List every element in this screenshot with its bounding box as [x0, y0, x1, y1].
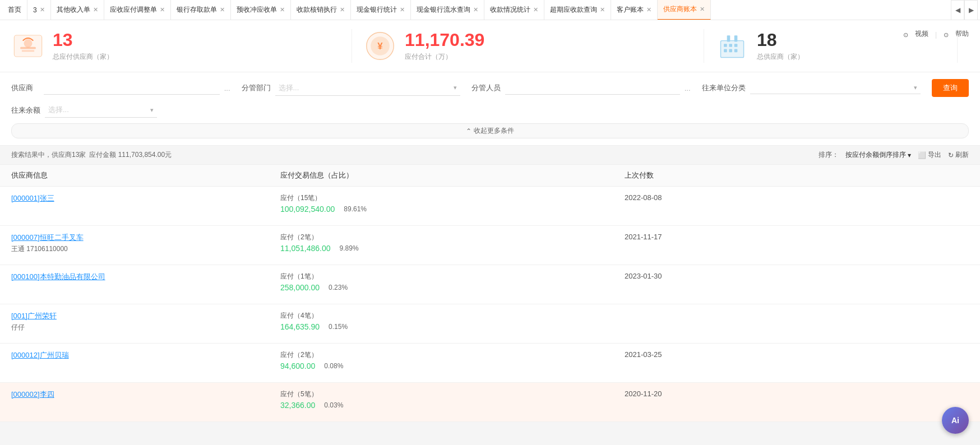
last-payment-cell: 2020-11-20: [625, 390, 969, 398]
nav-tab-home[interactable]: 首页: [2, 0, 27, 20]
nav-tab-supplier-book[interactable]: 供应商账本 ✕: [658, 0, 711, 20]
summary-bar: 13 总应付供应商（家） ¥ 11,170.39 应付合计（万）: [0, 20, 980, 72]
close-icon[interactable]: ✕: [646, 6, 651, 13]
nav-prev-button[interactable]: ◀: [951, 0, 964, 20]
trans-row: 164,635.90 0.15%: [280, 322, 625, 331]
close-icon[interactable]: ✕: [473, 6, 478, 13]
nav-tab-payment-verify[interactable]: 收款核销执行 ✕: [291, 0, 351, 20]
category-select[interactable]: ▾: [750, 82, 921, 94]
trans-amount: 94,600.00: [280, 361, 315, 370]
supplier-link[interactable]: [000012]广州贝瑞: [11, 351, 69, 359]
query-button[interactable]: 查询: [932, 79, 969, 97]
chevron-down-icon: ▾: [914, 84, 917, 91]
video-link[interactable]: 视频: [915, 29, 928, 39]
last-payment-date: 2021-03-25: [625, 350, 662, 359]
filter-area: 供应商 ... 分管部门 选择... ▾ 分管人员 ... 往来单位分类 ▾: [0, 72, 980, 146]
filter-supplier: 供应商 ...: [11, 81, 230, 95]
nav-tab-bank-deposit[interactable]: 银行存取款单 ✕: [171, 0, 231, 20]
nav-tab-home-label: 首页: [8, 5, 21, 15]
svg-rect-9: [724, 44, 727, 47]
nav-tab-3[interactable]: 3 ✕: [27, 0, 51, 20]
nav-arrows: ◀ ▶: [951, 0, 978, 20]
ai-label: Ai: [951, 416, 959, 422]
filter-row-1: 供应商 ... 分管部门 选择... ▾ 分管人员 ... 往来单位分类 ▾: [11, 79, 969, 97]
chevron-down-icon: ▾: [454, 84, 457, 91]
nav-tab-3-label: 3: [33, 6, 37, 14]
supplier-link[interactable]: [000100]本特勤油品有限公司: [11, 272, 105, 281]
refresh-button[interactable]: ↻ 刷新: [948, 150, 969, 160]
close-icon[interactable]: ✕: [533, 6, 538, 13]
supplier-input[interactable]: [44, 81, 220, 95]
close-icon[interactable]: ✕: [220, 6, 225, 13]
trans-percent: 89.61%: [344, 205, 367, 213]
collapse-filter-button[interactable]: ⌃ 收起更多条件: [11, 123, 969, 138]
nav-tab-bank-deposit-label: 银行存取款单: [177, 5, 217, 15]
total-supplier-icon: [715, 29, 749, 63]
nav-next-button[interactable]: ▶: [964, 0, 978, 20]
nav-tab-cash-bank-stat-label: 现金银行统计: [357, 5, 397, 15]
nav-tab-advance-collect[interactable]: 预收冲应收单 ✕: [231, 0, 291, 20]
last-payment-date: 2022-08-08: [625, 193, 662, 202]
close-icon[interactable]: ✕: [400, 6, 405, 13]
nav-tab-other-income-label: 其他收入单: [57, 5, 90, 15]
trans-amount: 164,635.90: [280, 322, 320, 331]
results-actions: 排序： 按应付余额倒序排序 ▾ ⬜ 导出 ↻ 刷新: [819, 150, 969, 160]
filter-category: 往来单位分类 ▾: [702, 82, 921, 94]
close-icon[interactable]: ✕: [160, 6, 165, 13]
payable-total-amount: 11,170.39: [405, 30, 484, 50]
nav-tab-customer-book[interactable]: 客户账本 ✕: [611, 0, 658, 20]
dept-select[interactable]: 选择... ▾: [275, 81, 461, 96]
payable-total-label: 应付合计（万）: [405, 52, 484, 62]
supplier-link[interactable]: [000007]恒旺二手叉车: [11, 233, 84, 242]
nav-tab-other-income[interactable]: 其他收入单 ✕: [51, 0, 104, 20]
summary-card-suppliers-payable: 13 总应付供应商（家）: [11, 29, 352, 63]
trans-percent: 0.23%: [329, 284, 348, 291]
export-button[interactable]: ⬜ 导出: [918, 150, 941, 160]
dept-select-placeholder: 选择...: [279, 83, 299, 93]
balance-select[interactable]: 选择... ▾: [45, 103, 157, 118]
supplier-ellipsis-icon[interactable]: ...: [224, 84, 230, 92]
supplier-info-cell: [000100]本特勤油品有限公司: [11, 272, 280, 282]
last-payment-cell: 2021-03-25: [625, 350, 969, 359]
person-filter-label: 分管人员: [471, 83, 501, 93]
nav-tab-overdue[interactable]: 超期应收款查询 ✕: [544, 0, 611, 20]
table-row: [000100]本特勤油品有限公司 应付（1笔） 258,000.00 0.23…: [0, 265, 980, 304]
last-payment-date: 2020-11-20: [625, 390, 662, 398]
filter-person: 分管人员 ...: [471, 81, 691, 95]
close-icon[interactable]: ✕: [93, 6, 98, 13]
close-icon[interactable]: ✕: [280, 6, 285, 13]
help-link[interactable]: 帮助: [955, 29, 969, 39]
table-row: [001]广州荣轩 仔仔 应付（4笔） 164,635.90 0.15%: [0, 304, 980, 344]
supplier-link[interactable]: [001]广州荣轩: [11, 312, 57, 320]
last-payment-cell: 2023-01-30: [625, 272, 969, 280]
close-icon[interactable]: ✕: [700, 6, 705, 13]
trans-amount: 11,051,486.00: [280, 244, 331, 253]
last-payment-cell: 2021-11-17: [625, 233, 969, 241]
supplier-link[interactable]: [000002]李四: [11, 390, 54, 398]
trans-row: 100,092,540.00 89.61%: [280, 205, 625, 214]
close-icon[interactable]: ✕: [600, 6, 605, 13]
supplier-info-cell: [000007]恒旺二手叉车 王通 17106110000: [11, 233, 280, 254]
svg-rect-10: [729, 44, 732, 47]
trans-percent: 9.89%: [340, 244, 359, 252]
nav-tab-cash-bank-stat[interactable]: 现金银行统计 ✕: [351, 0, 411, 20]
nav-tab-collect-stat[interactable]: 收款情况统计 ✕: [484, 0, 544, 20]
dept-filter-label: 分管部门: [242, 83, 271, 93]
nav-tab-cash-bank-flow[interactable]: 现金银行流水查询 ✕: [411, 0, 484, 20]
person-ellipsis-icon[interactable]: ...: [685, 84, 691, 92]
last-payment-date: 2023-01-30: [625, 272, 662, 280]
svg-rect-3: [20, 47, 36, 49]
close-icon[interactable]: ✕: [40, 6, 45, 13]
nav-tab-adjustment[interactable]: 应收应付调整单 ✕: [104, 0, 171, 20]
transaction-info-cell: 应付（2笔） 11,051,486.00 9.89%: [280, 233, 625, 253]
svg-rect-4: [22, 50, 34, 52]
close-icon[interactable]: ✕: [340, 6, 345, 13]
supplier-link[interactable]: [000001]张三: [11, 194, 54, 202]
chevron-down-icon: ▾: [908, 151, 911, 159]
supplier-contact: 仔仔: [11, 323, 280, 332]
sort-select[interactable]: 按应付余额倒序排序 ▾: [845, 150, 911, 160]
table-row: [000012]广州贝瑞 应付（2笔） 94,600.00 0.08% 2021…: [0, 344, 980, 383]
person-input[interactable]: [505, 81, 680, 95]
summary-info-total-suppliers: 18 总供应商（家）: [757, 30, 804, 62]
payable-supplier-label: 总应付供应商（家）: [53, 52, 113, 62]
